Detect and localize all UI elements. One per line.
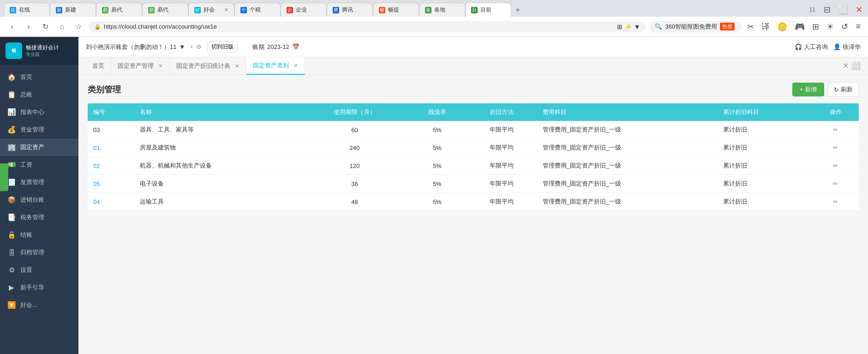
tab-fixed-asset-mgmt[interactable]: 固定资产管理 ✕ xyxy=(111,57,170,75)
close-window-button[interactable]: ✕ xyxy=(854,3,864,17)
sidebar-item-inventory[interactable]: 📦 进销台账 xyxy=(0,191,78,209)
refresh-button[interactable]: ↻ 刷新 xyxy=(828,82,859,97)
tab-depreciation-table-close[interactable]: ✕ xyxy=(235,63,239,69)
edit-button-r4[interactable]: ✏ xyxy=(833,180,838,187)
address-bar-actions: ⊞ ⚡ ▼ xyxy=(617,23,641,30)
edit-button-r3[interactable]: ✏ xyxy=(833,162,838,169)
td-code-r3[interactable]: 02 xyxy=(88,157,134,175)
switch-to-old-version-button[interactable]: 切到旧版 xyxy=(207,41,238,53)
add-account-button[interactable]: + xyxy=(190,43,193,50)
edit-button-r1[interactable]: ✏ xyxy=(833,126,838,133)
sidebar-item-tax[interactable]: 📑 税务管理 xyxy=(0,209,78,226)
browser-tab-geshui[interactable]: 个 个税 xyxy=(234,3,281,17)
sidebar-item-more[interactable]: 🔽 好会... xyxy=(0,296,78,314)
browser-tab-tengxun[interactable]: 腾 腾讯 xyxy=(327,3,373,17)
browser-tab-haohui[interactable]: 好 好会 ✕ xyxy=(188,3,234,17)
funds-icon: 💰 xyxy=(7,126,16,134)
browser-tab-yidai2[interactable]: 易 易代 xyxy=(142,3,188,17)
lightning-icon[interactable]: ⚡ xyxy=(624,23,632,30)
sidebar-item-archive[interactable]: 🗄 归档管理 xyxy=(0,244,78,261)
sidebar-item-salary[interactable]: 💵 工资 xyxy=(0,156,78,174)
bookmark-button[interactable]: ☆ xyxy=(72,20,85,33)
customer-service-button[interactable]: 🎧 人工咨询 xyxy=(795,43,828,51)
tab-asset-category-label: 固定资产类别 xyxy=(253,61,289,70)
coin-tool[interactable]: 🪙 xyxy=(775,20,789,34)
guide-icon: ▶ xyxy=(7,283,16,292)
td-name-r3: 机器、机械和其他生产设备 xyxy=(134,157,301,175)
account-settings-button[interactable]: ⚙ xyxy=(196,43,202,50)
reload-button[interactable]: ↻ xyxy=(39,20,52,33)
browser-tab-qiye[interactable]: 企 企业 xyxy=(281,3,327,17)
td-expense-r5: 管理费用_固定资产折旧_一级 xyxy=(537,193,718,211)
history-tool[interactable]: ↺ xyxy=(839,20,850,34)
browser-new-tab-button[interactable]: + xyxy=(511,4,524,17)
edit-button-r2[interactable]: ✏ xyxy=(833,144,838,151)
tab-fixed-asset-mgmt-label: 固定资产管理 xyxy=(118,62,154,70)
user-label: 刘小艳演示账套（勿删勿动！）11 xyxy=(86,43,176,51)
left-panel-button[interactable] xyxy=(0,163,8,191)
browser-tab-changti[interactable]: 畅 畅提 xyxy=(373,3,419,17)
edit-button-r5[interactable]: ✏ xyxy=(833,198,838,205)
td-actions-r3: ✏ xyxy=(812,157,859,175)
tab-asset-category-close[interactable]: ✕ xyxy=(293,62,298,69)
td-code-r4[interactable]: 05 xyxy=(88,175,134,193)
period-label: 账期 xyxy=(252,43,264,51)
address-bar[interactable]: 🔒 https://cloud.chanjet.com/accounting/u… xyxy=(89,21,646,32)
user-dropdown-icon[interactable]: ▼ xyxy=(179,43,185,50)
td-expense-r2: 管理费用_固定资产折旧_一级 xyxy=(537,139,718,157)
browser-tab-zaixin[interactable]: 在 在线 xyxy=(4,3,50,17)
restore-window-button[interactable]: ⊟ xyxy=(822,3,832,17)
add-button[interactable]: + 新增 xyxy=(792,83,824,96)
cut-tool[interactable]: ✂ xyxy=(745,20,756,34)
browser-tab-xinjian[interactable]: 新 新建 xyxy=(50,3,96,17)
tab-asset-category[interactable]: 固定资产类别 ✕ xyxy=(246,57,305,75)
qr-icon[interactable]: ⊞ xyxy=(617,23,623,30)
sidebar-item-label-home: 首页 xyxy=(20,73,32,81)
td-code-r1: 03 xyxy=(88,121,134,139)
tab-home[interactable]: 首页 xyxy=(86,57,111,75)
forward-button[interactable]: › xyxy=(22,20,35,33)
sidebar-item-home[interactable]: 🏠 首页 xyxy=(0,68,78,86)
maximize-window-button[interactable]: ⬜ xyxy=(836,3,850,17)
sidebar-item-invoice[interactable]: 🧾 发票管理 xyxy=(0,174,78,191)
browser-tab-muqian[interactable]: 目 目前 xyxy=(465,3,511,17)
sidebar-item-ledger[interactable]: 📋 总账 xyxy=(0,86,78,103)
page-title: 类别管理 xyxy=(88,84,121,95)
home-button[interactable]: ⌂ xyxy=(55,20,68,33)
game-tool[interactable]: 🎮 xyxy=(793,20,807,34)
td-expense-r4: 管理费用_固定资产折旧_一级 xyxy=(537,175,718,193)
search-bar[interactable]: 🔍 360智能抠图免费用 热搜 xyxy=(649,21,742,33)
sidebar-item-reports[interactable]: 📊 报表中心 xyxy=(0,103,78,121)
tab-fixed-asset-mgmt-close[interactable]: ✕ xyxy=(158,63,163,69)
td-period-r3: 120 xyxy=(301,157,408,175)
theme-tool[interactable]: ☀ xyxy=(825,20,836,34)
browser-tab-close-haohui[interactable]: ✕ xyxy=(224,7,228,13)
sidebar-item-funds[interactable]: 💰 资金管理 xyxy=(0,121,78,138)
menu-tool[interactable]: ≡ xyxy=(854,20,862,33)
sidebar-item-fixed-assets[interactable]: 🏢 固定资产 xyxy=(0,138,78,156)
td-code-r5[interactable]: 04 xyxy=(88,193,134,211)
tab-expand-button[interactable]: ⬜ xyxy=(851,61,861,70)
translate-tool[interactable]: 译 xyxy=(760,19,772,34)
page-actions: + 新增 ↻ 刷新 xyxy=(792,82,859,97)
td-period-r5: 48 xyxy=(301,193,408,211)
sidebar-item-label-inventory: 进销台账 xyxy=(20,196,44,204)
td-period-r1: 60 xyxy=(301,121,408,139)
browser-right-tools: ✂ 译 🪙 🎮 ⊞ ☀ ↺ ≡ xyxy=(745,19,862,34)
sidebar-item-label-reports: 报表中心 xyxy=(20,108,44,116)
security-icon: 🔒 xyxy=(94,24,101,30)
browser-tab-gedi[interactable]: 各 各地 xyxy=(419,3,465,17)
sidebar-item-settings[interactable]: ⚙ 设置 xyxy=(0,261,78,279)
sidebar-item-guide[interactable]: ▶ 新手引导 xyxy=(0,279,78,296)
th-expense: 费用科目 xyxy=(537,103,718,121)
browser-tab-yidai1[interactable]: 易 易代 xyxy=(96,3,142,17)
th-accumulated: 累计折旧科目 xyxy=(718,103,812,121)
back-button[interactable]: ‹ xyxy=(6,20,18,33)
tab-close-all-button[interactable]: ✕ xyxy=(843,61,849,70)
sidebar-item-settlement[interactable]: 🔒 结账 xyxy=(0,226,78,244)
dropdown-icon[interactable]: ▼ xyxy=(634,23,641,30)
tab-depreciation-table[interactable]: 固定资产折旧统计表 ✕ xyxy=(170,57,246,75)
grid-tool[interactable]: ⊞ xyxy=(810,20,821,34)
calendar-button[interactable]: 📅 xyxy=(292,43,299,50)
td-code-r2[interactable]: 01 xyxy=(88,139,134,157)
